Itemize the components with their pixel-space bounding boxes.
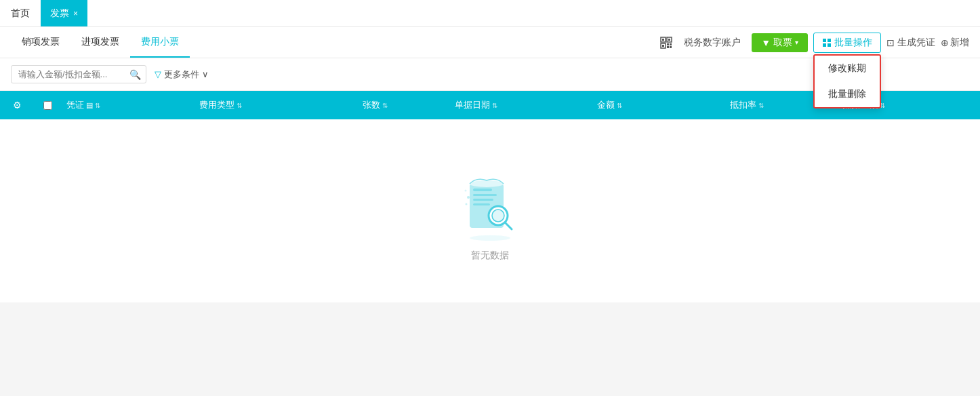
- invoice-tab-label: 发票: [50, 7, 69, 20]
- svg-rect-13: [828, 43, 831, 47]
- take-ticket-button[interactable]: ▼ 取票 ▾: [752, 33, 808, 52]
- svg-rect-10: [823, 39, 826, 42]
- main-content: 销项发票 进项发票 费用小票: [0, 27, 980, 302]
- col-expense-type: 费用类型 ⇅: [194, 99, 357, 111]
- svg-rect-9: [670, 46, 672, 48]
- svg-rect-17: [473, 194, 497, 196]
- nav-home[interactable]: 首页: [0, 0, 41, 26]
- tab-expense[interactable]: 费用小票: [130, 27, 190, 58]
- settings-icon[interactable]: ⚙: [0, 100, 34, 111]
- svg-rect-16: [473, 189, 492, 191]
- empty-state: 暂无数据: [0, 119, 980, 302]
- svg-point-14: [470, 235, 510, 241]
- svg-rect-7: [670, 43, 672, 45]
- svg-rect-19: [473, 203, 490, 205]
- svg-point-26: [465, 190, 467, 192]
- generate-voucher-button[interactable]: ⊡ 生成凭证: [886, 37, 935, 49]
- svg-rect-3: [668, 39, 670, 41]
- tab-sales[interactable]: 销项发票: [11, 27, 70, 58]
- batch-dropdown-menu: 修改账期 批量删除: [813, 54, 881, 108]
- svg-rect-5: [662, 45, 664, 47]
- search-icon: 🔍: [129, 69, 141, 80]
- svg-rect-18: [473, 199, 493, 201]
- tax-account-button[interactable]: 税务数字账户: [678, 37, 746, 49]
- voucher-extra-icon: ▤: [86, 101, 93, 110]
- sort-date-icon[interactable]: ⇅: [492, 102, 497, 109]
- tab-purchase[interactable]: 进项发票: [70, 27, 130, 58]
- col-amount: 金额 ⇅: [592, 99, 724, 111]
- select-all-checkbox[interactable]: [34, 101, 61, 110]
- sort-rate-icon[interactable]: ⇅: [758, 102, 764, 109]
- sort-count-icon[interactable]: ⇅: [382, 102, 388, 109]
- search-button[interactable]: 🔍: [129, 69, 141, 80]
- top-nav: 首页 发票 ×: [0, 0, 980, 27]
- sub-tabs-left: 销项发票 进项发票 费用小票: [11, 27, 190, 58]
- svg-rect-1: [662, 39, 664, 41]
- batch-icon: [822, 38, 832, 47]
- svg-point-24: [467, 196, 470, 199]
- more-conditions-button[interactable]: ▽ 更多条件 ∨: [155, 68, 209, 81]
- svg-line-23: [505, 222, 512, 229]
- search-input[interactable]: [11, 65, 146, 83]
- take-chevron-icon: ▾: [795, 39, 798, 46]
- generate-icon: ⊡: [886, 37, 895, 48]
- svg-rect-8: [667, 46, 669, 48]
- header-checkbox[interactable]: [43, 101, 52, 110]
- add-button[interactable]: ⊕ 新增: [941, 37, 969, 49]
- nav-invoice-tab[interactable]: 发票 ×: [41, 0, 87, 26]
- svg-point-20: [470, 180, 504, 187]
- qrcode-button[interactable]: [659, 36, 673, 50]
- add-icon: ⊕: [941, 37, 949, 48]
- col-count: 张数 ⇅: [357, 99, 449, 111]
- svg-rect-12: [823, 43, 826, 47]
- search-input-wrap: 🔍: [11, 65, 146, 83]
- col-date: 单据日期 ⇅: [449, 99, 592, 111]
- empty-text: 暂无数据: [471, 250, 509, 262]
- sub-tabs-right: 税务数字账户 ▼ 取票 ▾ 批量操作: [659, 33, 969, 53]
- sub-tabs-bar: 销项发票 进项发票 费用小票: [0, 27, 980, 58]
- svg-point-25: [466, 203, 468, 205]
- chevron-down-icon: ∨: [202, 69, 209, 79]
- svg-rect-11: [828, 39, 831, 42]
- take-icon: ▼: [761, 37, 771, 48]
- svg-point-22: [492, 210, 504, 222]
- modify-period-item[interactable]: 修改账期: [815, 56, 880, 81]
- batch-delete-item[interactable]: 批量删除: [815, 81, 880, 107]
- sort-voucher-icon[interactable]: ⇅: [95, 102, 100, 109]
- batch-operation-button[interactable]: 批量操作: [813, 33, 881, 53]
- svg-rect-6: [667, 43, 669, 45]
- filter-icon: ▽: [155, 69, 161, 79]
- qrcode-icon: [659, 36, 673, 50]
- col-voucher: 凭证 ▤ ⇅: [61, 99, 194, 111]
- batch-button-wrap: 批量操作 修改账期 批量删除: [813, 33, 881, 53]
- empty-illustration: [456, 174, 524, 241]
- close-icon[interactable]: ×: [73, 9, 78, 18]
- sort-expense-icon[interactable]: ⇅: [237, 102, 242, 109]
- sort-amount-icon[interactable]: ⇅: [617, 102, 622, 109]
